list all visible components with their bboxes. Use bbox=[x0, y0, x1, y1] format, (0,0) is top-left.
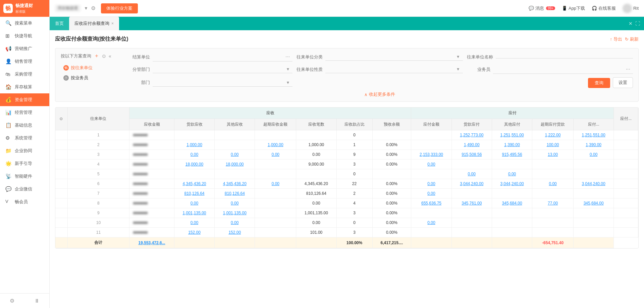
message-btn[interactable]: 💬 消息 99+ bbox=[529, 5, 555, 11]
table-settings-col[interactable]: ⚙ bbox=[55, 107, 67, 130]
row-ap-overdue[interactable]: 1,251,551.00 bbox=[574, 130, 614, 140]
row-ar-amount[interactable]: 1,001,135.00 bbox=[174, 208, 214, 218]
row-ap-overdue[interactable]: 345,684.00 bbox=[574, 199, 614, 208]
row-ap-other[interactable]: 1,222.00 bbox=[532, 130, 574, 140]
row-ap-other[interactable]: 13.00 bbox=[532, 150, 574, 160]
row-ap-amount[interactable]: 345,761.00 bbox=[451, 199, 492, 208]
row-ap-loan[interactable]: 3,044,240.00 bbox=[492, 179, 532, 189]
sidebar-item-wechat[interactable]: 💬 企业微信 bbox=[0, 183, 49, 195]
row-ap-loan[interactable]: 1,390.00 bbox=[492, 140, 532, 150]
row-ar-amount[interactable]: 152.00 bbox=[174, 228, 214, 237]
row-ar-prepaid[interactable]: 0.00 bbox=[411, 160, 451, 169]
row-ap-extra bbox=[614, 199, 638, 208]
row-ap-other[interactable]: 100.00 bbox=[532, 140, 574, 150]
row-ar-loan[interactable]: 810,126.64 bbox=[215, 189, 255, 199]
breadcrumb-dropdown-icon[interactable]: ▼ bbox=[84, 6, 88, 11]
row-ar-prepaid[interactable]: 0.00 bbox=[411, 179, 451, 189]
app-download-btn[interactable]: 📱 App下载 bbox=[562, 5, 585, 11]
row-ar-amount[interactable]: 0.00 bbox=[174, 150, 214, 160]
row-ar-loan[interactable]: 4,345,436.20 bbox=[215, 179, 255, 189]
sidebar-item-finance[interactable]: 💰 资金管理 bbox=[0, 93, 49, 106]
industry-solution-btn[interactable]: 体验行业方案 bbox=[101, 3, 138, 13]
row-ar-prepaid[interactable]: 655,636.75 bbox=[411, 199, 451, 208]
row-ar-loan[interactable]: 0.00 bbox=[215, 150, 255, 160]
row-ap-loan[interactable]: 1,251,551.00 bbox=[492, 130, 532, 140]
collapse-scheme-btn[interactable]: « bbox=[109, 53, 111, 59]
col-ar-other: 其他应收 bbox=[215, 119, 255, 130]
query-btn[interactable]: 查询 bbox=[588, 78, 610, 88]
row-ar-loan[interactable]: 18,000.00 bbox=[215, 160, 255, 169]
sidebar-item-hardware[interactable]: 📡 智能硬件 bbox=[0, 170, 49, 183]
row-ar-loan[interactable]: 0.00 bbox=[215, 199, 255, 208]
tab-close-btn[interactable]: × bbox=[111, 21, 114, 26]
sidebar-item-system[interactable]: ⚙ 系统管理 bbox=[0, 132, 49, 144]
row-ap-loan[interactable]: 0.00 bbox=[492, 169, 532, 179]
row-ar-prepaid[interactable]: 0.00 bbox=[411, 189, 451, 199]
sidebar-item-guide[interactable]: 🌟 新手引导 bbox=[0, 157, 49, 170]
row-ar-loan[interactable]: 1,001,135.00 bbox=[215, 208, 255, 218]
sidebar-item-marketing[interactable]: 📢 营销推广 bbox=[0, 42, 49, 55]
footer-ap-loan bbox=[451, 237, 492, 248]
row-ar-loan[interactable]: 152.00 bbox=[215, 228, 255, 237]
row-ar-amount[interactable]: 4,345,436.20 bbox=[174, 179, 214, 189]
online-service-btn[interactable]: 🎧 在线客服 bbox=[592, 5, 616, 11]
unit-category-input[interactable]: ▼ bbox=[325, 53, 463, 61]
settlement-unit-input[interactable]: ··· bbox=[153, 52, 292, 61]
filter-collapse-row[interactable]: ∧ 收起更多条件 bbox=[126, 91, 633, 97]
dept-input[interactable]: ▼ bbox=[153, 79, 292, 87]
row-ap-overdue[interactable]: 1,390.00 bbox=[574, 140, 614, 150]
tab-ar-ap[interactable]: 应收应付余额查询 × bbox=[69, 17, 119, 30]
row-ap-overdue[interactable]: 0.00 bbox=[574, 150, 614, 160]
collapse-bottom-btn[interactable]: ⏸ bbox=[32, 297, 42, 305]
unit-nature-input[interactable]: ▼ bbox=[325, 65, 463, 73]
row-ap-amount[interactable]: 1,490.00 bbox=[451, 140, 492, 150]
row-ar-loan[interactable]: 0.00 bbox=[215, 218, 255, 228]
sidebar-item-operations[interactable]: 📊 经营管理 bbox=[0, 106, 49, 119]
dept-manage-input[interactable]: ▼ bbox=[153, 65, 292, 73]
row-ap-loan[interactable]: 915,495.56 bbox=[492, 150, 532, 160]
tab-close-window-icon[interactable]: ✕ bbox=[629, 21, 633, 26]
filter-side: 按以下方案查询 ＋ ⊙ « 畅 按往来单位 ⏱ 按业务员 bbox=[61, 52, 633, 97]
add-scheme-btn[interactable]: ＋ bbox=[94, 52, 99, 59]
sidebar-item-cooperation[interactable]: 📁 企业协同 bbox=[0, 144, 49, 157]
row-ar-prepaid[interactable]: 2,153,333.00 bbox=[411, 150, 451, 160]
row-ar-other[interactable]: 1,000.00 bbox=[255, 140, 296, 150]
row-ar-amount[interactable]: 1,000.00 bbox=[174, 140, 214, 150]
user-avatar-area[interactable]: Rit bbox=[623, 4, 639, 13]
tab-home[interactable]: 首页 bbox=[50, 17, 69, 30]
row-ar-other[interactable]: 0.00 bbox=[255, 150, 296, 160]
row-ar-amount[interactable]: 810,126.64 bbox=[174, 189, 214, 199]
row-ap-amount[interactable]: 3,044,240.00 bbox=[451, 179, 492, 189]
footer-ar-total[interactable]: 19,553,472,6... bbox=[129, 237, 174, 248]
row-ap-amount[interactable]: 915,508.56 bbox=[451, 150, 492, 160]
row-ar-other[interactable]: 0.00 bbox=[255, 179, 296, 189]
row-ap-overdue[interactable]: 3,044,240.00 bbox=[574, 179, 614, 189]
unit-name-input[interactable] bbox=[496, 55, 633, 58]
scheme-item-by-unit[interactable]: 畅 按往来单位 bbox=[61, 63, 121, 72]
export-btn[interactable]: ↑ 导出 bbox=[610, 36, 623, 42]
row-ap-amount[interactable]: 0.00 bbox=[451, 169, 492, 179]
sidebar-item-inventory[interactable]: 🏠 库存核算 bbox=[0, 81, 49, 93]
refresh-btn[interactable]: ↻ 刷新 bbox=[625, 36, 639, 42]
row-ap-other[interactable]: 0.00 bbox=[532, 179, 574, 189]
sidebar-item-sales[interactable]: 👤 销售管理 bbox=[0, 55, 49, 68]
header-gear-icon[interactable]: ⚙ bbox=[91, 5, 96, 11]
settings-btn[interactable]: 设置 bbox=[613, 77, 633, 88]
config-scheme-btn[interactable]: ⊙ bbox=[102, 53, 106, 59]
tab-fullscreen-icon[interactable]: ⛶ bbox=[635, 21, 640, 26]
row-ar-amount[interactable]: 18,000.00 bbox=[174, 160, 214, 169]
row-ar-amount[interactable]: 0.00 bbox=[174, 218, 214, 228]
settings-bottom-btn[interactable]: ⚙ bbox=[7, 296, 17, 305]
scheme-item-by-staff[interactable]: ⏱ 按业务员 bbox=[61, 74, 121, 82]
sidebar-item-search-menu[interactable]: 🔍 搜索菜单 bbox=[0, 17, 49, 30]
sidebar-item-quick-nav[interactable]: ⊞ 快捷导航 bbox=[0, 30, 49, 42]
row-ar-amount[interactable]: 0.00 bbox=[174, 199, 214, 208]
row-ap-other[interactable]: 77.00 bbox=[532, 199, 574, 208]
sidebar-item-basic-info[interactable]: 📋 基础信息 bbox=[0, 119, 49, 132]
sidebar-item-purchase[interactable]: 🛍 采购管理 bbox=[0, 68, 49, 81]
row-ap-amount[interactable]: 1,252,773.00 bbox=[451, 130, 492, 140]
row-ap-loan[interactable]: 345,684.00 bbox=[492, 199, 532, 208]
salesperson-input[interactable]: ··· bbox=[493, 65, 633, 74]
sidebar-item-member[interactable]: V 畅会员 bbox=[0, 195, 49, 208]
row-ar-prepaid[interactable]: 0.00 bbox=[411, 218, 451, 228]
